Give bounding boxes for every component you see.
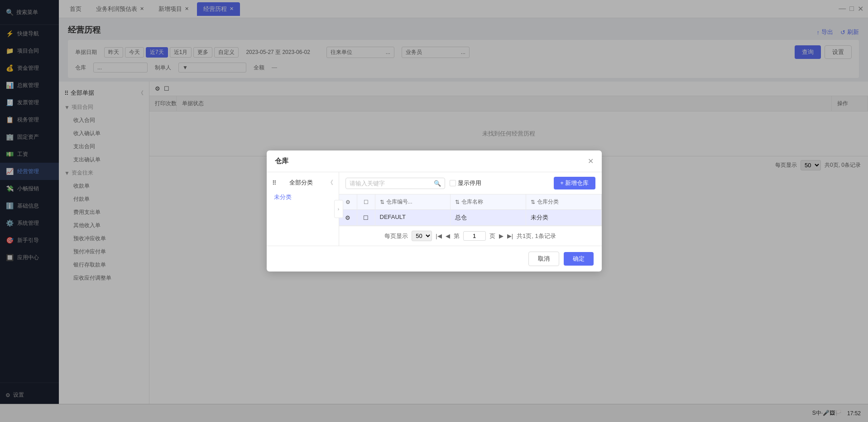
left-panel-collapse-handle[interactable]: ›: [334, 200, 343, 218]
table-row[interactable]: ⚙ ☐ DEFAULT 总仓 未分类: [339, 210, 602, 226]
modal-body: ⠿ 全部分类 《 未分类 › 🔍 显示停用: [267, 172, 602, 246]
first-page-button[interactable]: |◀: [436, 233, 441, 239]
modal-header: 仓库 ✕: [267, 150, 602, 172]
page-suffix: 页: [489, 232, 495, 240]
modal-right-panel: 🔍 显示停用 + 新增仓库 ⚙ ☐ ⇅ 仓库编号...: [339, 172, 602, 246]
row-category: 未分类: [526, 210, 602, 225]
modal-search-bar: 🔍 显示停用 + 新增仓库: [339, 172, 602, 194]
show-disabled-checkbox[interactable]: [450, 180, 456, 186]
modal-category-panel: ⠿ 全部分类 《 未分类 ›: [267, 172, 339, 246]
warehouse-search-input[interactable]: [350, 180, 432, 187]
row-name: 总仓: [451, 210, 526, 225]
page-label: 第: [454, 232, 460, 240]
pagination-total: 共1页, 1条记录: [517, 232, 556, 240]
modal-title: 仓库: [275, 157, 288, 165]
add-warehouse-button[interactable]: + 新增仓库: [554, 177, 595, 189]
page-number-input[interactable]: [463, 231, 486, 241]
search-icon-modal: 🔍: [434, 180, 441, 187]
modal-left-header: ⠿ 全部分类 《: [267, 176, 339, 189]
modal-table: ⚙ ☐ ⇅ 仓库编号... ⇅ 仓库名称 ⇅ 仓库分类: [339, 194, 602, 226]
modal-table-header: ⚙ ☐ ⇅ 仓库编号... ⇅ 仓库名称 ⇅ 仓库分类: [339, 194, 602, 210]
show-disabled-wrap: 显示停用: [450, 179, 481, 187]
cancel-button[interactable]: 取消: [528, 252, 559, 266]
search-input-wrap: 🔍: [345, 178, 445, 189]
row-checkbox[interactable]: ☐: [357, 210, 375, 225]
per-page-select[interactable]: 50: [412, 231, 432, 241]
all-categories-icon: ⠿: [272, 179, 277, 186]
confirm-button[interactable]: 确定: [564, 252, 594, 266]
th-checkbox[interactable]: ☐: [357, 194, 375, 209]
th-category[interactable]: ⇅ 仓库分类: [526, 194, 602, 209]
categories-collapse-button[interactable]: 《: [327, 179, 333, 187]
th-name[interactable]: ⇅ 仓库名称: [451, 194, 526, 209]
modal-close-button[interactable]: ✕: [588, 157, 594, 165]
warehouse-modal: 仓库 ✕ ⠿ 全部分类 《 未分类 › 🔍: [267, 150, 602, 272]
th-code[interactable]: ⇅ 仓库编号...: [375, 194, 451, 209]
all-categories-label[interactable]: 全部分类: [289, 179, 313, 187]
modal-footer: 取消 确定: [267, 246, 602, 272]
row-code: DEFAULT: [375, 210, 451, 225]
per-page-label: 每页显示: [384, 232, 408, 240]
prev-page-button[interactable]: ◀: [446, 233, 450, 239]
modal-overlay[interactable]: 仓库 ✕ ⠿ 全部分类 《 未分类 › 🔍: [0, 0, 868, 422]
last-page-button[interactable]: ▶|: [507, 233, 513, 239]
modal-pagination: 每页显示 50 |◀ ◀ 第 页 ▶ ▶| 共1页, 1条记录: [339, 226, 602, 246]
next-page-button[interactable]: ▶: [499, 233, 504, 239]
uncategorized-item[interactable]: 未分类: [267, 189, 339, 205]
show-disabled-label: 显示停用: [458, 179, 481, 187]
